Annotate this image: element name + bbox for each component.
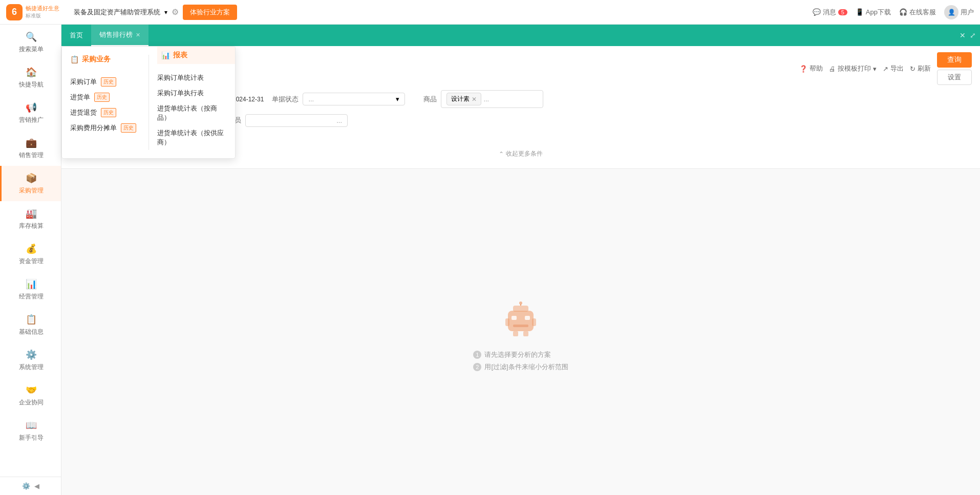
message-label: 消息 — [823, 8, 836, 17]
sidebar: 🔍 搜索菜单 🏠 快捷导航 📢 营销推广 💼 销售管理 📦 采购管理 🏭 库存核… — [0, 25, 61, 495]
tab-expand-icon[interactable]: ⤢ — [970, 31, 976, 39]
goods-tag-close[interactable]: ✕ — [472, 96, 477, 103]
empty-state: 1 请先选择要分析的方案 2 用[过滤]条件来缩小分析范围 — [473, 293, 568, 372]
sidebar-item-base-info[interactable]: 📋 基础信息 — [0, 307, 61, 342]
menu-item-label: 进货单 — [70, 93, 90, 102]
user-label: 用户 — [961, 8, 974, 17]
doc-status-select[interactable]: ... ▾ — [303, 93, 405, 105]
collapse-arrow-icon: ⌃ — [499, 150, 504, 158]
refresh-icon: ↻ — [910, 65, 915, 73]
salesperson-dots[interactable]: ... — [336, 117, 342, 124]
dropdown-report-title: 📊 报表 — [157, 47, 236, 64]
salesperson-filter: 业务员 ... — [221, 114, 365, 127]
chevron-down-icon[interactable]: ▾ — [164, 9, 167, 16]
goods-field[interactable]: 设计素 ✕ ... — [441, 90, 543, 108]
menu-item-report-receipt-supplier[interactable]: 进货单统计表（按供应商） — [157, 125, 227, 150]
sidebar-item-finance[interactable]: 💰 资金管理 — [0, 236, 61, 272]
sidebar-item-label: 新手引导 — [19, 434, 44, 442]
empty-tips: 1 请先选择要分析的方案 2 用[过滤]条件来缩小分析范围 — [473, 350, 568, 372]
clipboard-icon: 📋 — [25, 313, 37, 326]
menu-item-report-order-stat[interactable]: 采购订单统计表 — [157, 70, 227, 85]
settings-button[interactable]: 设置 — [937, 70, 972, 85]
online-service-btn[interactable]: 🎧 在线客服 — [899, 8, 936, 17]
doc-status-chevron: ▾ — [396, 95, 399, 103]
purchase-col-icon: 📋 — [70, 55, 79, 63]
sidebar-item-guide[interactable]: 📖 新手引导 — [0, 413, 61, 448]
print-btn[interactable]: 🖨 按模板打印 ▾ — [829, 52, 877, 85]
chart-icon: 📊 — [25, 278, 37, 290]
purchase-col-label: 采购业务 — [82, 55, 111, 64]
dropdown-purchase-title: 📋 采购业务 — [70, 55, 140, 68]
sidebar-item-label: 基础信息 — [19, 328, 44, 336]
industry-btn[interactable]: 体验行业方案 — [183, 5, 237, 20]
export-btn[interactable]: ↗ 导出 — [883, 52, 904, 85]
message-badge: 5 — [838, 9, 847, 15]
sidebar-item-operations[interactable]: 📊 经营管理 — [0, 272, 61, 307]
home-icon: 🏠 — [25, 66, 37, 78]
salesperson-field[interactable]: ... — [245, 114, 348, 127]
sidebar-item-label: 采购管理 — [19, 186, 44, 195]
goods-label: 商品 — [423, 95, 437, 104]
goods-dots[interactable]: ... — [483, 95, 489, 103]
sidebar-bottom: ⚙️ ◀ — [0, 477, 61, 495]
tip-text-2: 用[过滤]条件来缩小分析范围 — [484, 362, 568, 372]
refresh-btn[interactable]: ↻ 刷新 — [910, 52, 931, 85]
top-nav: 装备及固定资产辅助管理系统 ▾ ⚙ 体验行业方案 — [68, 5, 813, 20]
tab-close-icon[interactable]: ✕ — [136, 32, 140, 38]
svg-rect-1 — [513, 306, 528, 312]
gear-icon[interactable]: ⚙ — [172, 7, 179, 17]
menu-item-report-order-exec[interactable]: 采购订单执行表 — [157, 85, 227, 101]
hist-badge: 历史 — [101, 108, 116, 117]
sidebar-item-enterprise[interactable]: 🤝 企业协同 — [0, 378, 61, 413]
sidebar-item-marketing[interactable]: 📢 营销推广 — [0, 95, 61, 131]
goods-filter: 商品 设计素 ✕ ... — [423, 90, 567, 108]
sidebar-item-sales[interactable]: 💼 销售管理 — [0, 131, 61, 166]
sidebar-item-purchase[interactable]: 📦 采购管理 — [0, 166, 61, 201]
menu-item-purchase-receipt[interactable]: 进货单 历史 — [70, 90, 140, 105]
svg-point-3 — [519, 302, 522, 305]
sidebar-item-search[interactable]: 🔍 搜索菜单 — [0, 25, 61, 60]
tab-sales-rank[interactable]: 销售排行榜 ✕ — [91, 25, 148, 46]
svg-rect-8 — [532, 318, 536, 326]
menu-item-report-receipt-goods[interactable]: 进货单统计表（按商品） — [157, 101, 227, 125]
menu-item-label: 采购订单统计表 — [157, 73, 204, 82]
tab-sales-rank-label: 销售排行榜 — [99, 30, 133, 39]
app-logo-sub: 标准版 — [26, 12, 59, 19]
sidebar-item-label: 企业协同 — [19, 398, 44, 407]
sidebar-settings-icon[interactable]: ⚙️ — [22, 482, 30, 490]
system-title: 装备及固定资产辅助管理系统 — [74, 8, 160, 17]
tab-bar: 首页 销售排行榜 ✕ ✕ ⤢ — [61, 25, 980, 46]
sidebar-item-quick-nav[interactable]: 🏠 快捷导航 — [0, 60, 61, 95]
sidebar-item-label: 快捷导航 — [19, 80, 44, 89]
logo-area: 6 畅捷通好生意 标准版 — [6, 4, 68, 20]
message-btn[interactable]: 💬 消息 5 — [813, 8, 847, 17]
message-icon: 💬 — [813, 8, 821, 16]
menu-item-purchase-return[interactable]: 进货退货 历史 — [70, 105, 140, 120]
tab-close-all-icon[interactable]: ✕ — [960, 31, 966, 39]
menu-item-purchase-expense[interactable]: 采购费用分摊单 历史 — [70, 120, 140, 136]
query-button[interactable]: 查询 — [937, 52, 972, 68]
dropdown-col-purchase: 📋 采购业务 采购订单 历史 进货单 历史 进货退货 历史 采购费用分摊单 历史 — [70, 55, 140, 150]
user-btn[interactable]: 👤 用户 — [944, 5, 974, 19]
menu-item-purchase-order[interactable]: 采购订单 历史 — [70, 74, 140, 90]
tip-text-1: 请先选择要分析的方案 — [484, 350, 551, 359]
help-icon: ❓ — [799, 65, 807, 73]
help-btn[interactable]: ❓ 帮助 — [799, 52, 823, 85]
dropdown-col-report: 📊 报表 采购订单统计表 采购订单执行表 进货单统计表（按商品） 进货单统计表（… — [157, 55, 227, 150]
sidebar-item-label: 系统管理 — [19, 363, 44, 372]
book-icon: 📖 — [25, 419, 37, 432]
top-bar: 6 畅捷通好生意 标准版 装备及固定资产辅助管理系统 ▾ ⚙ 体验行业方案 💬 … — [0, 0, 980, 25]
sidebar-collapse-icon[interactable]: ◀ — [34, 482, 39, 490]
menu-item-label: 进货单统计表（按商品） — [157, 104, 227, 122]
svg-rect-9 — [513, 331, 518, 336]
sidebar-item-inventory[interactable]: 🏭 库存核算 — [0, 201, 61, 236]
app-download-btn[interactable]: 📱 App下载 — [856, 8, 891, 17]
svg-rect-4 — [512, 316, 517, 320]
goods-tag: 设计素 ✕ — [446, 93, 481, 105]
factory-icon: 🏭 — [25, 207, 37, 220]
sidebar-item-system[interactable]: ⚙️ 系统管理 — [0, 342, 61, 378]
megaphone-icon: 📢 — [25, 101, 37, 114]
settings-icon: ⚙️ — [25, 349, 37, 361]
tab-bar-right: ✕ ⤢ — [960, 31, 980, 39]
tab-home[interactable]: 首页 — [61, 25, 91, 46]
